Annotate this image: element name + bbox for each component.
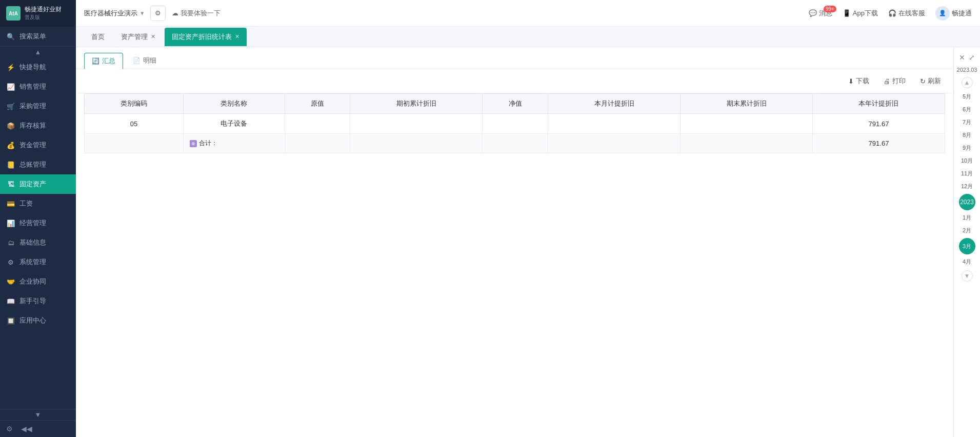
download-button[interactable]: ⬇ 下载 [844, 74, 873, 88]
month-8[interactable]: 8月 [954, 129, 980, 142]
cell-annual-dep: 791.67 [812, 114, 945, 134]
basic-info-label: 基础信息 [19, 238, 46, 247]
operations-icon: 📊 [6, 218, 15, 228]
purchase-label: 采购管理 [19, 102, 46, 111]
user-profile[interactable]: 👤 畅捷通 [935, 6, 972, 21]
sidebar-scroll-down[interactable]: ▼ [0, 409, 76, 420]
system-icon: ⚙ [6, 257, 15, 267]
month-11[interactable]: 11月 [954, 167, 980, 180]
refresh-icon: ↻ [920, 77, 926, 85]
app-download-button[interactable]: 📱 App下载 [843, 9, 878, 18]
basic-info-icon: 🗂 [6, 238, 15, 247]
sidebar-item-inventory[interactable]: 📦 库存核算 [0, 116, 76, 135]
fund-label: 资金管理 [19, 141, 46, 150]
total-net [483, 134, 548, 153]
total-icon: ⊕ [190, 140, 197, 147]
year-marker: 2023 [959, 194, 975, 210]
sidebar-collapse-icon[interactable]: ◀◀ [21, 425, 32, 433]
service-button[interactable]: 🎧 在线客服 [888, 9, 925, 18]
sidebar-logo: AtA 畅捷通好业财 普及版 [0, 0, 76, 27]
col-header-code: 类别编码 [85, 94, 184, 114]
total-initial-dep [350, 134, 483, 153]
experience-button[interactable]: ☁ 我要体验一下 [172, 9, 221, 18]
cell-net [483, 114, 548, 134]
panel-scroll-up[interactable]: ▲ [962, 77, 973, 88]
collab-icon: 🤝 [6, 277, 15, 286]
sidebar-item-app-center[interactable]: 🔲 应用中心 [0, 311, 76, 330]
total-end-dep [681, 134, 813, 153]
cell-monthly-dep [548, 114, 681, 134]
table-container: 类别编码 类别名称 原值 期初累计折旧 净值 本月计提折旧 期末累计折旧 本年计… [76, 93, 953, 437]
cell-name: 电子设备 [183, 114, 285, 134]
sales-icon: 📈 [6, 82, 15, 91]
search-label: 搜索菜单 [19, 32, 46, 41]
month-4[interactable]: 4月 [954, 255, 980, 268]
month-5[interactable]: 5月 [954, 90, 980, 103]
sub-tab-summary[interactable]: 🔄 汇总 [84, 53, 123, 69]
topbar-settings-button[interactable]: ⚙ [150, 6, 166, 21]
tab-asset-mgmt[interactable]: 资产管理 ✕ [114, 28, 163, 46]
sidebar-item-operations[interactable]: 📊 经营管理 [0, 213, 76, 233]
month-2[interactable]: 2月 [954, 224, 980, 237]
sub-tabs: 🔄 汇总 📄 明细 [76, 47, 953, 69]
app-center-icon: 🔲 [6, 316, 15, 325]
refresh-button[interactable]: ↻ 刷新 [916, 74, 945, 88]
panel-scroll-down[interactable]: ▼ [962, 270, 973, 282]
month-6[interactable]: 6月 [954, 103, 980, 116]
sidebar-bottom: ⚙ ◀◀ [0, 420, 76, 437]
sidebar-item-system[interactable]: ⚙ 系统管理 [0, 252, 76, 272]
tab-home[interactable]: 首页 [84, 28, 112, 46]
panel-year-label: 2023.03 [954, 65, 980, 75]
sidebar-item-nav[interactable]: ⚡ 快捷导航 [0, 57, 76, 77]
month-3-selected[interactable]: 3月 [959, 238, 975, 254]
col-header-monthly-dep: 本月计提折旧 [548, 94, 681, 114]
inventory-icon: 📦 [6, 121, 15, 130]
col-header-end-dep: 期末累计折旧 [681, 94, 813, 114]
company-selector[interactable]: 医疗器械行业演示 ▾ [84, 9, 144, 18]
download-icon: 📱 [843, 9, 851, 17]
sidebar-item-purchase[interactable]: 🛒 采购管理 [0, 96, 76, 116]
sidebar-scroll-up[interactable]: ▲ [0, 46, 76, 57]
panel-expand-icon[interactable]: ⤢ [967, 52, 977, 63]
tab-fixed-asset[interactable]: 固定资产折旧统计表 ✕ [165, 28, 247, 46]
download-icon: ⬇ [848, 77, 854, 85]
sidebar-settings-icon[interactable]: ⚙ [6, 425, 13, 433]
settings-icon: ⚙ [155, 9, 161, 17]
sidebar-item-fixed-asset[interactable]: 🏗 固定资产 [0, 174, 76, 194]
month-9[interactable]: 9月 [954, 142, 980, 154]
avatar: 👤 [935, 6, 950, 21]
fixed-asset-label: 固定资产 [19, 180, 46, 189]
total-original [285, 134, 350, 153]
sidebar-item-sales[interactable]: 📈 销售管理 [0, 77, 76, 96]
app-center-label: 应用中心 [19, 316, 46, 325]
col-header-initial-dep: 期初累计折旧 [350, 94, 483, 114]
month-10[interactable]: 10月 [954, 154, 980, 167]
sidebar-item-fund[interactable]: 💰 资金管理 [0, 135, 76, 155]
month-12[interactable]: 12月 [954, 180, 980, 193]
tab-asset-mgmt-label: 资产管理 [121, 32, 148, 42]
sidebar-search[interactable]: 🔍 搜索菜单 [0, 27, 76, 46]
col-header-name: 类别名称 [183, 94, 285, 114]
service-label: 在线客服 [898, 9, 925, 18]
app-download-label: App下载 [853, 9, 878, 18]
detail-tab-icon: 📄 [133, 57, 141, 64]
table-row: 05 电子设备 791.67 [85, 114, 945, 134]
ledger-icon: 📒 [6, 160, 15, 169]
tab-asset-mgmt-close[interactable]: ✕ [151, 33, 155, 40]
content-main: 🔄 汇总 📄 明细 ⬇ 下载 🖨 打印 ↻ [76, 47, 953, 437]
sidebar-item-salary[interactable]: 💳 工资 [0, 194, 76, 213]
month-7[interactable]: 7月 [954, 116, 980, 129]
service-icon: 🎧 [888, 9, 896, 17]
tab-fixed-asset-close[interactable]: ✕ [235, 33, 239, 40]
nav-icon: ⚡ [6, 63, 15, 72]
panel-close-icon[interactable]: ✕ [957, 52, 967, 63]
sub-tab-detail[interactable]: 📄 明细 [125, 52, 164, 69]
month-1[interactable]: 1月 [954, 211, 980, 224]
message-button[interactable]: 💬 消息 99+ [809, 9, 832, 18]
table-total-row: ⊕ 合计： 791.67 [85, 134, 945, 153]
sidebar-item-ledger[interactable]: 📒 总账管理 [0, 155, 76, 174]
sidebar-item-collab[interactable]: 🤝 企业协同 [0, 272, 76, 291]
print-button[interactable]: 🖨 打印 [879, 74, 910, 88]
sidebar-item-guide[interactable]: 📖 新手引导 [0, 291, 76, 311]
sidebar-item-basic-info[interactable]: 🗂 基础信息 [0, 233, 76, 252]
